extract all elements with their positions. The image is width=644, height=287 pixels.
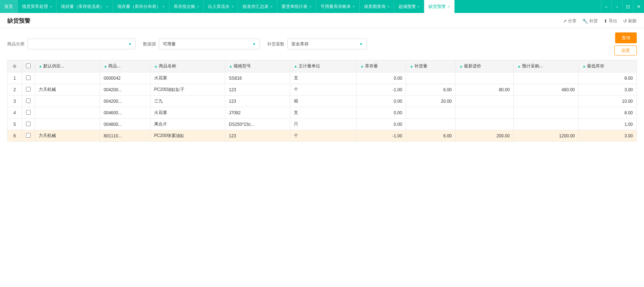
- th-stock[interactable]: ▲库存量: [357, 60, 406, 72]
- th-supplier[interactable]: ▲默认供应...: [35, 60, 100, 72]
- datasource-select[interactable]: 可用量 ▼: [159, 39, 260, 49]
- nav-tab-overstock[interactable]: 超储预警×: [394, 0, 425, 13]
- cell-spec: 123: [225, 96, 290, 107]
- settings-button[interactable]: 设置: [614, 45, 637, 56]
- nav-tab-close-available-ledger[interactable]: ×: [353, 5, 355, 9]
- nav-tab-shortage[interactable]: 缺货预警×: [424, 0, 454, 13]
- nav-tab-batch[interactable]: 库存批次账×: [169, 0, 204, 13]
- nav-tab-close-batch[interactable]: ×: [197, 5, 199, 9]
- refresh-label: 刷新: [628, 18, 637, 24]
- th-min-stock[interactable]: ▲最低库存: [579, 60, 637, 72]
- export-btn[interactable]: ⬆ 导出: [604, 18, 617, 24]
- cell-supplier: [35, 119, 100, 130]
- nav-tab-close-overstock[interactable]: ×: [418, 5, 420, 9]
- nav-tab-inout[interactable]: 出入库流水×: [204, 0, 238, 13]
- scroll-right-btn[interactable]: ›: [612, 0, 622, 13]
- th-label-min-stock: 最低库存: [587, 63, 604, 69]
- row-checkbox[interactable]: [26, 75, 31, 80]
- th-latest-price[interactable]: ▲最新进价: [456, 60, 514, 72]
- table-container: ⚙▲默认供应...▲商品...▲商品名称▲规格型号▲主计量单位▲库存量▲补货量▲…: [0, 60, 644, 142]
- nav-tab-stock-dist[interactable]: 现存量（库存分布表）×: [113, 0, 169, 13]
- table-row[interactable]: 5004800...离合片DS250*23c...只0.001.00: [8, 119, 637, 130]
- replenish-btn[interactable]: 🔧 补货: [582, 18, 598, 24]
- refresh-btn[interactable]: ↺ 刷新: [623, 18, 637, 24]
- cell-index: 1: [8, 72, 22, 84]
- table-row[interactable]: 3004200...三九123箱0.0020.0010.00: [8, 96, 637, 107]
- nav-tab-available-ledger[interactable]: 可用量库存账本×: [316, 0, 360, 13]
- nav-tab-close-purchase-stat[interactable]: ×: [309, 5, 312, 9]
- cell-stock: 0.00: [357, 96, 406, 107]
- refresh-icon: ↺: [623, 18, 627, 24]
- table-row[interactable]: 6力天机械801110...PC200张紧油缸123个-1.006.00200.…: [8, 130, 637, 142]
- row-checkbox[interactable]: [26, 98, 31, 103]
- cell-replenish-qty: 6.00: [406, 130, 456, 142]
- row-checkbox[interactable]: [26, 87, 31, 92]
- scroll-left-btn[interactable]: ‹: [601, 0, 612, 13]
- share-icon: ↗: [563, 18, 567, 24]
- table-row[interactable]: 2力天机械004200...PC200油缸缸子123个-1.006.0080.0…: [8, 84, 637, 96]
- nav-tab-stock-status[interactable]: 现存量（库存状况表）×: [57, 0, 113, 13]
- cell-spec: SS816: [225, 72, 290, 84]
- cell-index: 3: [8, 96, 22, 107]
- th-replenish-qty[interactable]: ▲补货量: [406, 60, 456, 72]
- cell-product-name: 离合片: [150, 119, 225, 130]
- datasource-value: 可用量: [163, 41, 176, 47]
- th-unit[interactable]: ▲主计量单位: [290, 60, 356, 72]
- cell-product-name: 火花塞: [150, 72, 225, 84]
- category-select[interactable]: ▼: [27, 39, 136, 49]
- nav-tab-close-inout[interactable]: ×: [231, 5, 234, 9]
- table-row[interactable]: 10000042火花塞SS816支0.008.00: [8, 72, 637, 84]
- select-all-checkbox[interactable]: [26, 63, 31, 68]
- page-header: 缺货预警 ↗ 分享 🔧 补货 ⬆ 导出 ↺ 刷新: [0, 13, 644, 28]
- datasource-filter-group: 数据源 可用量 ▼: [143, 39, 260, 49]
- cell-product-code: 004200...: [100, 96, 150, 107]
- settings-gear-icon[interactable]: ⚙: [13, 64, 17, 69]
- sort-icon-est-purchase: ▲: [517, 64, 521, 68]
- cell-index: 4: [8, 107, 22, 119]
- nav-tab-home[interactable]: 首页: [0, 0, 18, 13]
- th-checkbox: [22, 60, 35, 72]
- category-filter-group: 商品分类 ▼: [7, 39, 136, 49]
- nav-tab-purchase-stat[interactable]: 要货单统计表×: [277, 0, 316, 13]
- sort-icon-stock: ▲: [360, 64, 364, 68]
- cell-product-code: 004800...: [100, 119, 150, 130]
- th-spec[interactable]: ▲规格型号: [225, 60, 290, 72]
- cell-replenish-qty: 6.00: [406, 84, 456, 96]
- share-btn[interactable]: ↗ 分享: [563, 18, 576, 24]
- nav-tab-close-receivable[interactable]: ×: [270, 5, 273, 9]
- sort-icon-unit: ▲: [294, 64, 297, 68]
- nav-tab-receivable[interactable]: 收发存汇总表×: [238, 0, 277, 13]
- row-checkbox[interactable]: [26, 133, 31, 138]
- replenish-select[interactable]: 安全库存 ▼: [287, 39, 367, 49]
- nav-tab-label-stock-dist: 现存量（库存分布表）: [117, 4, 161, 10]
- cell-est-purchase: [513, 107, 578, 119]
- restore-btn[interactable]: ⊡: [622, 0, 633, 13]
- th-est-purchase[interactable]: ▲预计采购...: [513, 60, 578, 72]
- nav-tab-label-purchase-stat: 要货单统计表: [282, 4, 308, 10]
- filter-area: 商品分类 ▼ 数据源 可用量 ▼ 补货基数 安全库存 ▼ 查询 设置: [0, 28, 644, 60]
- nav-tab-close-shortage[interactable]: ×: [448, 5, 450, 9]
- th-product-code[interactable]: ▲商品...: [100, 60, 150, 72]
- nav-tab-expiry[interactable]: 保质期查询×: [360, 0, 394, 13]
- nav-tab-label-receivable: 收发存汇总表: [243, 4, 269, 10]
- cell-unit: 支: [290, 107, 356, 119]
- close-all-btn[interactable]: ✕: [633, 0, 644, 13]
- nav-tab-close-expiry[interactable]: ×: [387, 5, 390, 9]
- row-checkbox[interactable]: [26, 122, 31, 126]
- nav-tab-close-exception[interactable]: ×: [50, 5, 52, 9]
- nav-tab-close-stock-status[interactable]: ×: [106, 5, 108, 9]
- cell-min-stock: 3.00: [579, 130, 637, 142]
- nav-tab-label-shortage: 缺货预警: [428, 4, 446, 10]
- nav-tab-close-stock-dist[interactable]: ×: [162, 5, 165, 9]
- cell-latest-price: 200.00: [456, 130, 514, 142]
- nav-tab-exception[interactable]: 拣货异常处理×: [18, 0, 57, 13]
- main-content: 缺货预警 ↗ 分享 🔧 补货 ⬆ 导出 ↺ 刷新 商品分类: [0, 13, 644, 287]
- table-row[interactable]: 4004600...火花塞J7092支0.008.00: [8, 107, 637, 119]
- cell-est-purchase: 1200.00: [513, 130, 578, 142]
- th-product-name[interactable]: ▲商品名称: [150, 60, 225, 72]
- category-label: 商品分类: [7, 41, 25, 47]
- row-checkbox[interactable]: [26, 110, 31, 115]
- cell-est-purchase: [513, 119, 578, 130]
- query-button[interactable]: 查询: [615, 32, 637, 43]
- cell-checkbox: [22, 72, 35, 84]
